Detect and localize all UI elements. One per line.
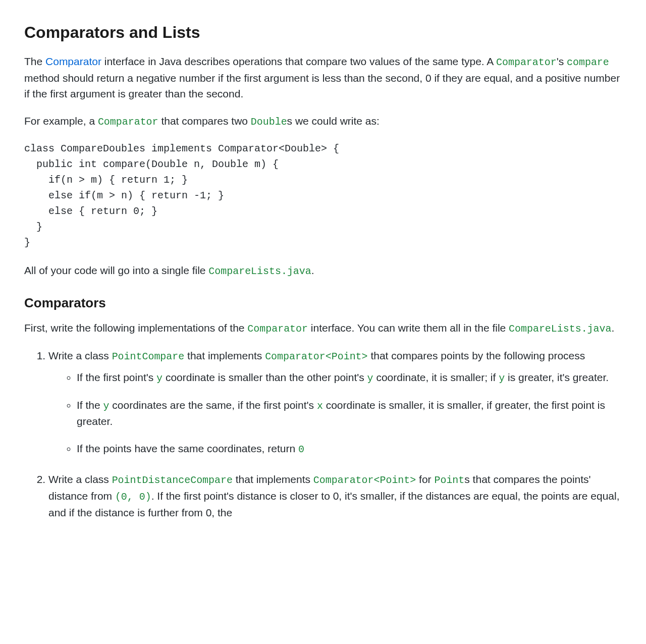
- code-pointdistancecompare: PointDistanceCompare: [112, 474, 233, 486]
- code-double: Double: [251, 116, 287, 128]
- text: .: [311, 264, 314, 276]
- text: The: [24, 56, 45, 67]
- instructions-paragraph: First, write the following implementatio…: [24, 320, 622, 337]
- text: coordinates are the same, if the first p…: [110, 399, 317, 411]
- code-y: y: [103, 400, 110, 412]
- text: .: [611, 322, 614, 334]
- code-origin: (0, 0): [115, 491, 151, 503]
- code-block-compare-doubles: class CompareDoubles implements Comparat…: [24, 141, 622, 250]
- text: that compares points by the following pr…: [368, 350, 585, 361]
- code-compare: compare: [567, 57, 609, 68]
- sub-list: If the first point's y coordinate is sma…: [48, 369, 622, 457]
- code-x: x: [317, 400, 323, 412]
- text: that implements: [184, 350, 265, 361]
- code-comparator-point: Comparator<Point>: [313, 474, 416, 486]
- text: that compares two: [158, 115, 251, 127]
- code-zero: 0: [298, 444, 304, 455]
- page-title: Comparators and Lists: [24, 20, 622, 44]
- text: s we could write as:: [287, 115, 380, 127]
- intro-paragraph: The Comparator interface in Java describ…: [24, 53, 622, 102]
- text: If the points have the same coordinates,…: [77, 443, 298, 454]
- text: All of your code will go into a single f…: [24, 264, 208, 276]
- text: interface in Java describes operations t…: [101, 56, 496, 67]
- task-list: Write a class PointCompare that implemen…: [24, 348, 622, 521]
- code-y: y: [499, 372, 505, 384]
- text: is greater, it's greater.: [505, 371, 609, 383]
- text: 's: [557, 56, 567, 67]
- list-item: If the points have the same coordinates,…: [77, 441, 622, 457]
- text: method should return a negative number i…: [24, 72, 620, 100]
- list-item: If the y coordinates are the same, if th…: [77, 397, 622, 430]
- section-heading-comparators: Comparators: [24, 293, 622, 313]
- code-comparator: Comparator: [247, 323, 308, 335]
- code-comparator-point: Comparator<Point>: [265, 351, 367, 362]
- code-y: y: [156, 372, 163, 384]
- text: for: [416, 473, 434, 485]
- text: For example, a: [24, 115, 98, 127]
- text: Write a class: [48, 350, 112, 361]
- list-item: Write a class PointCompare that implemen…: [48, 348, 622, 457]
- comparator-link[interactable]: Comparator: [45, 56, 101, 67]
- list-item: If the first point's y coordinate is sma…: [77, 369, 622, 386]
- example-paragraph: For example, a Comparator that compares …: [24, 113, 622, 130]
- text: First, write the following implementatio…: [24, 322, 247, 334]
- code-comparator: Comparator: [496, 57, 557, 68]
- code-point: Point: [434, 474, 464, 486]
- code-comparator: Comparator: [98, 116, 158, 128]
- list-item: Write a class PointDistanceCompare that …: [48, 471, 622, 520]
- code-filename: CompareLists.java: [208, 265, 311, 277]
- text: interface. You can write them all in the…: [308, 322, 509, 334]
- code-filename: CompareLists.java: [509, 323, 611, 335]
- file-paragraph: All of your code will go into a single f…: [24, 262, 622, 279]
- text: If the first point's: [77, 371, 156, 383]
- code-y: y: [367, 372, 373, 384]
- text: coordinate is smaller than the other poi…: [163, 371, 367, 383]
- text: Write a class: [48, 473, 112, 485]
- code-pointcompare: PointCompare: [112, 351, 185, 362]
- text: If the: [77, 399, 103, 411]
- text: coordinate, it is smaller; if: [373, 371, 499, 383]
- text: that implements: [233, 473, 313, 485]
